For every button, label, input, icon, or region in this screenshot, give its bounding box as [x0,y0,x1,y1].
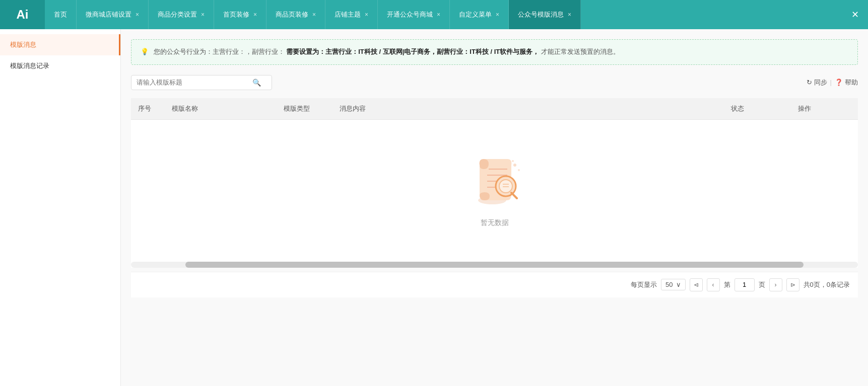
table-header-row: 序号 模版名称 模版类型 消息内容 状态 [131,98,858,120]
page-prev-button[interactable]: ‹ [707,278,720,291]
data-table: 序号 模版名称 模版类型 消息内容 状态 [131,98,858,258]
top-nav: Ai 首页 微商城店铺设置 × 商品分类设置 × 首页装修 × 商品页装修 × … [0,0,868,29]
close-tab-category[interactable]: × [201,11,205,18]
close-tab-product[interactable]: × [312,11,316,18]
nav-tab-wechat-mall[interactable]: 开通公众号商城 × [378,0,450,29]
page-last-button[interactable]: ⊳ [786,278,799,291]
close-tab-menu[interactable]: × [496,11,499,18]
scrollbar-thumb[interactable] [185,262,804,268]
nav-tab-category-settings[interactable]: 商品分类设置 × [149,0,214,29]
page-first-button[interactable]: ⊲ [690,278,703,291]
col-header-action: 操作 [791,98,858,120]
help-icon: ❓ [835,79,843,86]
nav-tab-template-msg[interactable]: 公众号模版消息 × [509,0,581,29]
sidebar-item-template-msg-record[interactable]: 模版消息记录 [0,55,120,76]
close-tab-mall[interactable]: × [437,11,440,18]
col-header-content: 消息内容 [332,98,724,120]
horizontal-scrollbar[interactable] [131,262,858,268]
svg-point-11 [518,169,520,171]
nav-tab-custom-menu[interactable]: 自定义菜单 × [450,0,509,29]
nav-tab-shop-theme[interactable]: 店铺主题 × [325,0,378,29]
col-header-seq: 序号 [131,98,165,120]
col-header-type: 模版类型 [277,98,332,120]
main-layout: 模版消息 模版消息记录 💡 您的公众号行业为：主营行业：，副营行业： 需要设置为… [0,29,868,386]
empty-row: 暂无数据 [131,119,858,258]
toolbar-right: ↻ 同步 | ❓ 帮助 [807,78,858,87]
col-header-status: 状态 [724,98,791,120]
nav-tab-product-decor[interactable]: 商品页装修 × [266,0,325,29]
empty-text: 暂无数据 [481,218,509,227]
per-page-label: 每页显示 [631,280,657,289]
pagination: 每页显示 50 ∨ ⊲ ‹ 第 页 › ⊳ 共0页，0条记录 [131,272,858,297]
page-total: 共0页，0条记录 [804,280,850,289]
per-page-select[interactable]: 50 ∨ [661,279,685,290]
svg-point-12 [512,160,514,162]
page-number-input[interactable] [735,278,755,291]
search-bar: 🔍 ↻ 同步 | ❓ 帮助 [131,75,858,90]
nav-tab-home[interactable]: 首页 [45,0,77,29]
search-button[interactable]: 🔍 [252,79,261,87]
close-tab-theme[interactable]: × [365,11,368,18]
close-tab-template[interactable]: × [568,11,571,18]
nav-tab-homepage-decor[interactable]: 首页装修 × [214,0,266,29]
content-area: 💡 您的公众号行业为：主营行业：，副营行业： 需要设置为：主营行业：IT科技 /… [121,29,868,386]
nav-tabs: 首页 微商城店铺设置 × 商品分类设置 × 首页装修 × 商品页装修 × 店铺主… [45,0,842,29]
empty-state: 暂无数据 [131,120,858,258]
nav-tab-shop-settings[interactable]: 微商城店铺设置 × [77,0,149,29]
col-header-name: 模版名称 [165,98,277,120]
svg-point-10 [513,164,516,167]
sync-button[interactable]: ↻ 同步 [807,78,827,87]
svg-line-7 [511,193,517,198]
help-button[interactable]: ❓ 帮助 [835,78,858,87]
close-all-button[interactable]: ✕ [842,9,868,20]
sidebar-item-template-msg[interactable]: 模版消息 [0,34,120,55]
empty-illustration [464,150,525,210]
notice-icon: 💡 [141,48,149,55]
page-next-button[interactable]: › [769,278,782,291]
dropdown-icon: ∨ [676,281,681,288]
sidebar: 模版消息 模版消息记录 [0,29,121,386]
search-input-wrap: 🔍 [131,75,272,90]
sync-icon: ↻ [807,79,812,86]
svg-point-6 [499,180,512,193]
search-input[interactable] [137,79,252,86]
close-tab-homepage[interactable]: × [253,11,257,18]
app-logo: Ai [0,0,45,29]
table-container: 序号 模版名称 模版类型 消息内容 状态 [131,98,858,268]
notice-banner: 💡 您的公众号行业为：主营行业：，副营行业： 需要设置为：主营行业：IT科技 /… [131,39,858,65]
close-tab-shop-settings[interactable]: × [136,11,139,18]
